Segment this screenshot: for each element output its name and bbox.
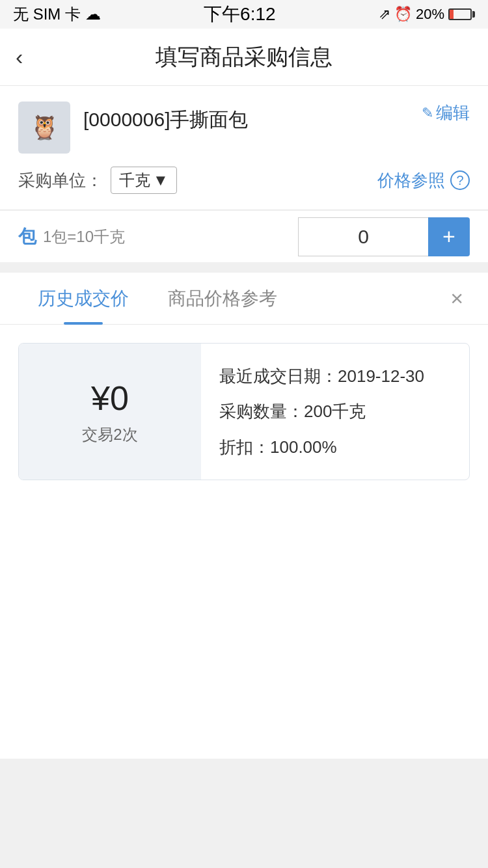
product-logo-icon: 🦉 [30, 114, 59, 141]
purchase-qty-row: 采购数量：200千克 [219, 400, 451, 423]
battery-icon [448, 8, 475, 20]
unit-dropdown[interactable]: 千克 ▼ [111, 167, 177, 194]
purchase-unit-label: 采购单位： [18, 169, 103, 192]
price-reference-button[interactable]: 价格参照 ? [377, 169, 470, 192]
page-title: 填写商品采购信息 [156, 42, 332, 72]
status-time: 下午6:12 [204, 2, 276, 27]
purchase-qty-label: 采购数量： [219, 401, 304, 421]
sim-label: 无 SIM 卡 ☁ [13, 4, 101, 25]
product-name: [0000006]手撕面包 [83, 102, 248, 133]
tabs-panel: 历史成交价 商品价格参考 × ¥0 交易2次 最近成交日期：2019-12-30… [0, 273, 488, 498]
package-icon: 包 [18, 224, 36, 249]
battery-percent: 20% [416, 6, 444, 23]
product-card: 🦉 [0000006]手撕面包 ✎ 编辑 采购单位： 千克 ▼ 价格参照 ? [0, 86, 488, 210]
price-card-summary: ¥0 交易2次 [19, 344, 201, 480]
back-button[interactable]: ‹ [16, 44, 23, 70]
unit-value: 千克 [119, 170, 150, 191]
price-amount: ¥0 [91, 379, 129, 418]
help-icon: ? [450, 170, 470, 190]
dropdown-arrow-icon: ▼ [153, 171, 169, 189]
price-card: ¥0 交易2次 最近成交日期：2019-12-30 采购数量：200千克 折扣：… [18, 343, 470, 480]
status-left: 无 SIM 卡 ☁ [13, 4, 101, 25]
tabs-list: 历史成交价 商品价格参考 [18, 273, 297, 325]
recent-date-row: 最近成交日期：2019-12-30 [219, 364, 451, 388]
product-thumbnail: 🦉 [18, 102, 70, 154]
product-footer: 采购单位： 千克 ▼ 价格参照 ? [18, 167, 470, 194]
location-icon: ⇗ [379, 6, 390, 23]
quantity-plus-button[interactable]: + [428, 217, 470, 256]
quantity-label: 包 1包=10千克 [18, 224, 125, 249]
nav-bar: ‹ 填写商品采购信息 [0, 29, 488, 86]
tab-product-price-reference[interactable]: 商品价格参考 [148, 273, 297, 325]
tabs-header: 历史成交价 商品价格参考 × [0, 273, 488, 325]
status-bar: 无 SIM 卡 ☁ 下午6:12 ⇗ ⏰ 20% [0, 0, 488, 29]
discount-row: 折扣：100.00% [219, 435, 451, 459]
tabs-close-button[interactable]: × [444, 279, 470, 318]
status-right: ⇗ ⏰ 20% [379, 6, 475, 23]
price-card-details: 最近成交日期：2019-12-30 采购数量：200千克 折扣：100.00% [201, 344, 469, 480]
purchase-qty-value: 200千克 [304, 401, 366, 421]
tab-history-price[interactable]: 历史成交价 [18, 273, 148, 325]
product-info: 🦉 [0000006]手撕面包 [18, 102, 248, 154]
conversion-text: 1包=10千克 [43, 226, 125, 247]
trade-count: 交易2次 [82, 424, 137, 445]
price-ref-label: 价格参照 [377, 169, 445, 192]
product-header: 🦉 [0000006]手撕面包 ✎ 编辑 [18, 102, 470, 154]
recent-date-value: 2019-12-30 [338, 366, 424, 386]
bottom-fill [0, 498, 488, 759]
quantity-input-group: + [298, 217, 470, 256]
history-price-content: ¥0 交易2次 最近成交日期：2019-12-30 采购数量：200千克 折扣：… [0, 325, 488, 498]
purchase-unit-row: 采购单位： 千克 ▼ [18, 167, 177, 194]
discount-label: 折扣： [219, 437, 270, 457]
quantity-input[interactable] [298, 217, 428, 256]
discount-value: 100.00% [270, 437, 337, 457]
recent-date-label: 最近成交日期： [219, 366, 338, 386]
edit-button[interactable]: ✎ 编辑 [422, 102, 470, 124]
edit-icon: ✎ [422, 105, 433, 122]
quantity-row: 包 1包=10千克 + [0, 210, 488, 262]
alarm-icon: ⏰ [394, 6, 412, 23]
tab-active-indicator [64, 322, 103, 325]
section-divider [0, 262, 488, 273]
